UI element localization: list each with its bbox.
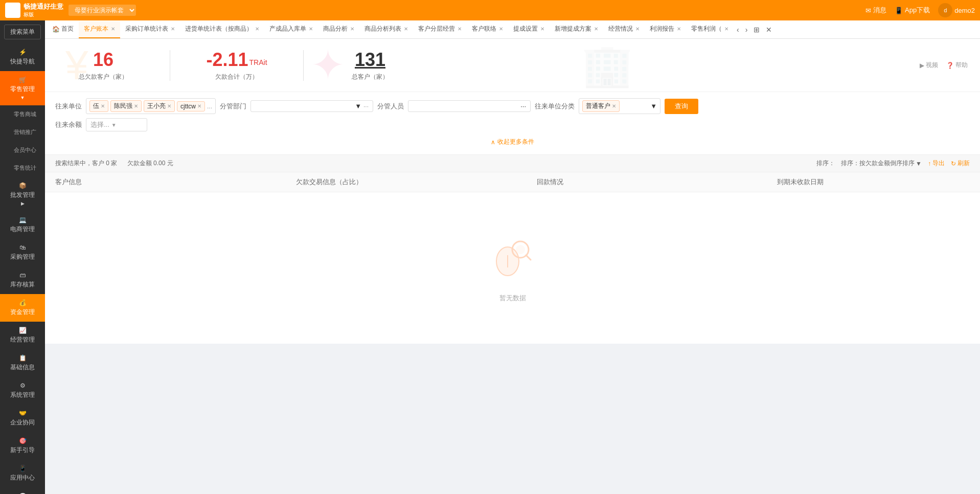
tab-product-analysis-list-label: 商品分析列表 <box>364 25 401 33</box>
enterprise-label: 企业协同 <box>10 418 35 427</box>
stat-debt-amount-label: 欠款合计（万） <box>215 73 258 81</box>
empty-state: 暂无数据 <box>45 192 980 344</box>
sidebar-item-wechat[interactable]: 💬 企业微信 <box>0 487 45 494</box>
retail-mall-label: 零售商城 <box>14 110 36 118</box>
sidebar-item-wholesale[interactable]: 📦 批发管理 ▶ <box>0 177 45 211</box>
query-button[interactable]: 查询 <box>665 99 698 114</box>
person-more[interactable]: ··· <box>520 102 526 110</box>
video-link[interactable]: ▶ 视频 <box>920 61 938 70</box>
tab-retail-profit[interactable]: 零售利润（ ✕ <box>686 21 734 38</box>
tab-product-analysis-close[interactable]: ✕ <box>350 26 354 32</box>
tab-product-analysis-label: 商品分析 <box>323 25 348 33</box>
balance-dropdown[interactable]: 选择... ▼ <box>86 118 147 131</box>
sidebar-item-app-center[interactable]: 📱 应用中心 <box>0 460 45 487</box>
tab-profit-report[interactable]: 利润报告 ✕ <box>645 21 686 38</box>
remove-tag-wu[interactable]: ✕ <box>101 103 105 109</box>
tab-product-analysis-list-close[interactable]: ✕ <box>404 26 408 32</box>
tab-new-improve-close[interactable]: ✕ <box>594 26 598 32</box>
message-btn[interactable]: ✉ 消息 <box>865 6 886 15</box>
sidebar-item-members[interactable]: 会员中心 <box>0 141 45 159</box>
tab-business-status-close[interactable]: ✕ <box>635 26 640 32</box>
collapse-btn[interactable]: ∧ 收起更多条件 <box>491 136 534 148</box>
tab-purchase-order-close[interactable]: ✕ <box>171 26 175 32</box>
app-center-icon: 📱 <box>19 465 27 472</box>
sidebar-item-marketing[interactable]: 营销推广 <box>0 123 45 141</box>
sidebar-item-retail-mall[interactable]: 零售商城 <box>0 105 45 123</box>
demo-selector[interactable]: 母婴行业演示帐套 <box>69 5 136 16</box>
tab-customer-segment[interactable]: 客户分层经营 ✕ <box>413 21 467 38</box>
sidebar-item-retail-stat[interactable]: 零售统计 <box>0 159 45 177</box>
sidebar-item-finance[interactable]: 💰 资金管理 <box>0 294 45 322</box>
purchase-icon: 🛍 <box>19 244 26 251</box>
tab-cost-entry-label: 产成品入库单 <box>269 25 306 33</box>
tab-nav-right[interactable]: › <box>742 21 751 38</box>
tab-cost-entry-close[interactable]: ✕ <box>309 26 313 32</box>
tab-purchase-order[interactable]: 采购订单统计表 ✕ <box>120 21 180 38</box>
tab-customer-contact[interactable]: 客户联络 ✕ <box>467 21 508 38</box>
search-menu-btn[interactable]: 搜索菜单 <box>4 25 41 39</box>
tab-nav-expand[interactable]: ⊞ <box>750 21 763 38</box>
tab-profit-report-close[interactable]: ✕ <box>677 26 681 32</box>
dept-more[interactable]: ··· <box>363 103 369 110</box>
tab-customer-contact-close[interactable]: ✕ <box>499 26 503 32</box>
tab-stock-table-close[interactable]: ✕ <box>255 26 259 32</box>
tab-stock-table-label: 进货单统计表（按商品） <box>185 25 253 33</box>
sidebar-item-purchase[interactable]: 🛍 采购管理 <box>0 239 45 266</box>
wholesale-arrow: ▶ <box>21 201 25 206</box>
ecommerce-icon: 💻 <box>19 216 27 223</box>
unit-class-chevron: ▼ <box>650 102 657 110</box>
sidebar-item-operations[interactable]: 📈 经营管理 <box>0 322 45 349</box>
marketing-label: 营销推广 <box>14 128 36 136</box>
tab-product-analysis-list[interactable]: 商品分析列表 ✕ <box>359 21 413 38</box>
tab-improve-settings-close[interactable]: ✕ <box>540 26 544 32</box>
main-content: ¥ ✦ 🏢 16 总欠款客户（家） -2.11 TRAit 欠款合计（万） <box>45 39 980 494</box>
export-btn[interactable]: ↑ 导出 <box>928 159 945 168</box>
filter-tag-cj: cjttcw ✕ <box>177 101 205 111</box>
tab-product-analysis[interactable]: 商品分析 ✕ <box>318 21 359 38</box>
tab-stock-table[interactable]: 进货单统计表（按商品） ✕ <box>180 21 264 38</box>
sidebar-item-inventory[interactable]: 🗃 库存核算 <box>0 266 45 294</box>
avatar: d <box>938 3 952 17</box>
more-tags-btn[interactable]: ... <box>207 103 212 110</box>
tab-nav-close-all[interactable]: ✕ <box>763 21 775 38</box>
stat-debt-customers-number: 16 <box>93 49 113 71</box>
help-link[interactable]: ❓ 帮助 <box>946 61 968 70</box>
sort-select[interactable]: 排序：按欠款金额倒序排序 ▼ <box>841 159 922 168</box>
refresh-icon: ↻ <box>951 160 956 167</box>
tab-improve-settings[interactable]: 提成设置 ✕ <box>508 21 550 38</box>
remove-tag-wang[interactable]: ✕ <box>167 103 171 109</box>
user-profile[interactable]: d demo2 <box>938 3 975 17</box>
sidebar-item-enterprise[interactable]: 🤝 企业协同 <box>0 405 45 432</box>
person-dropdown[interactable]: ··· <box>408 100 531 112</box>
balance-filter-label: 往来余额 <box>55 120 82 129</box>
svg-line-4 <box>526 255 531 260</box>
tab-home[interactable]: 🏠 首页 <box>47 21 79 38</box>
sidebar-item-basic-info[interactable]: 📋 基础信息 <box>0 349 45 377</box>
remove-tag-normal-customer[interactable]: ✕ <box>612 103 616 109</box>
stat-bg-icon-mid: ✦ <box>311 41 345 89</box>
dept-dropdown[interactable]: ▼ ··· <box>250 100 373 112</box>
tab-customer-book[interactable]: 客户账本 ✕ <box>79 21 120 38</box>
tab-customer-segment-label: 客户分层经营 <box>418 25 455 33</box>
sidebar-item-newbie[interactable]: 🎯 新手引导 <box>0 432 45 460</box>
tab-retail-profit-close[interactable]: ✕ <box>724 26 728 32</box>
sidebar-item-quick-nav[interactable]: ⚡ 快捷导航 <box>0 43 45 71</box>
finance-icon: 💰 <box>19 299 27 306</box>
tab-customer-book-close[interactable]: ✕ <box>111 26 115 32</box>
remove-tag-cj[interactable]: ✕ <box>197 103 201 109</box>
tab-cost-entry[interactable]: 产成品入库单 ✕ <box>264 21 318 38</box>
tab-customer-book-label: 客户账本 <box>84 25 108 33</box>
tab-business-status[interactable]: 经营情况 ✕ <box>603 21 645 38</box>
sidebar-item-retail[interactable]: 🛒 零售管理 ▼ <box>0 71 45 105</box>
ecommerce-label: 电商管理 <box>10 225 35 234</box>
tab-new-improve[interactable]: 新增提成方案 ✕ <box>550 21 603 38</box>
newbie-label: 新手引导 <box>10 446 35 455</box>
app-download-btn[interactable]: 📱 App下载 <box>895 6 930 15</box>
sidebar-item-ecommerce[interactable]: 💻 电商管理 <box>0 211 45 239</box>
remove-tag-chen[interactable]: ✕ <box>134 103 138 109</box>
tab-customer-segment-close[interactable]: ✕ <box>458 26 462 32</box>
tab-nav-left[interactable]: ‹ <box>734 21 742 38</box>
operations-icon: 📈 <box>19 327 27 334</box>
refresh-btn[interactable]: ↻ 刷新 <box>951 159 970 168</box>
sidebar-item-system[interactable]: ⚙ 系统管理 <box>0 377 45 405</box>
